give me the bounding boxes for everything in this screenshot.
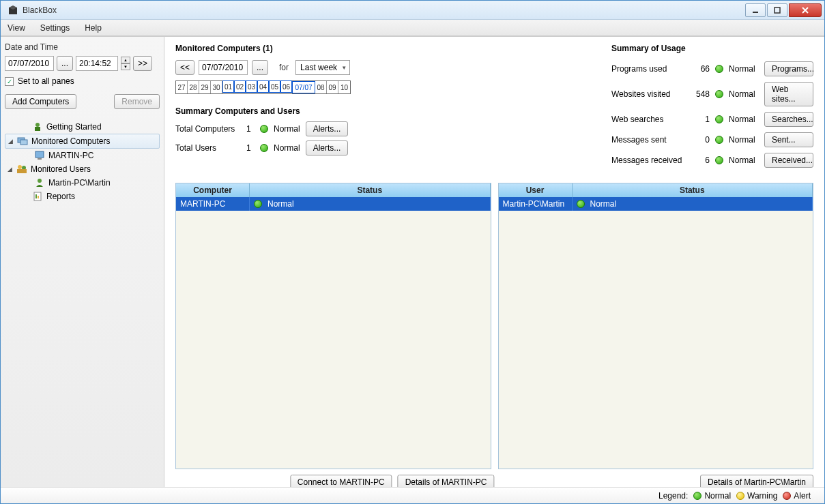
time-spinner[interactable]: ▲▼ — [121, 57, 130, 70]
sidebar: Date and Time 07/07/2010 ... 20:14:52 ▲▼… — [1, 37, 164, 487]
status-dot-icon — [254, 200, 262, 208]
total-computers-status: Normal — [274, 124, 300, 134]
programs-button[interactable]: Programs... — [764, 61, 813, 76]
day-cell[interactable]: 06 — [280, 80, 292, 93]
usage-status: Normal — [729, 115, 759, 124]
col-status[interactable]: Status — [250, 183, 491, 197]
usage-heading: Summary of Usage — [611, 44, 813, 53]
minimize-button[interactable] — [745, 3, 766, 17]
usage-value: 548 — [692, 89, 710, 99]
go-button[interactable]: >> — [133, 56, 152, 71]
content: Date and Time 07/07/2010 ... 20:14:52 ▲▼… — [1, 36, 824, 487]
menubar: View Settings Help — [1, 20, 824, 36]
cell-status: Normal — [590, 199, 617, 209]
alerts-computers-button[interactable]: Alerts... — [306, 121, 349, 136]
users-table: User Status Martin-PC\Martin Normal — [498, 183, 814, 469]
day-cell[interactable]: 03 — [246, 80, 257, 93]
total-users-status: Normal — [274, 143, 300, 153]
status-dot-icon — [260, 125, 268, 133]
day-cell[interactable]: 05 — [269, 80, 280, 93]
tree-monitored-users[interactable]: ◢ Monitored Users — [5, 162, 160, 176]
day-cell[interactable]: 02 — [234, 80, 246, 93]
titlebar: BlackBox — [1, 1, 824, 20]
day-cell[interactable]: 01 — [222, 80, 234, 93]
bottom-buttons: Connect to MARTIN-PC Details of MARTIN-P… — [175, 469, 813, 480]
prev-period-button[interactable]: << — [175, 60, 194, 75]
main-panel: Monitored Computers (1) << 07/07/2010 ..… — [164, 37, 824, 487]
svg-point-6 — [35, 123, 40, 127]
tree-reports[interactable]: Reports — [5, 190, 160, 203]
legend-warning-icon — [736, 492, 744, 500]
set-all-panes-label: Set to all panes — [18, 76, 74, 86]
col-computer[interactable]: Computer — [176, 183, 250, 197]
usage-value: 1 — [692, 115, 710, 124]
legend-alert-icon — [783, 492, 791, 500]
user-icon — [34, 177, 45, 188]
legend-bar: Legend: Normal Warning Alert — [1, 487, 824, 503]
day-cell[interactable]: 29 — [199, 81, 211, 93]
usage-value: 6 — [692, 155, 710, 165]
usage-status: Normal — [729, 64, 759, 74]
svg-rect-11 — [38, 158, 42, 160]
time-input[interactable]: 20:14:52 — [76, 56, 118, 71]
table-row[interactable]: MARTIN-PC Normal — [176, 197, 491, 211]
set-all-panes-checkbox[interactable]: ✓ — [5, 77, 14, 86]
period-select[interactable]: Last week — [295, 60, 350, 75]
col-user[interactable]: User — [499, 183, 573, 197]
day-cell-today[interactable]: 07/07 — [292, 81, 315, 93]
menu-view[interactable]: View — [5, 22, 28, 34]
svg-rect-7 — [35, 127, 40, 131]
app-window: BlackBox View Settings Help Date and Tim… — [0, 0, 825, 504]
day-cell[interactable]: 09 — [327, 81, 338, 93]
menu-help[interactable]: Help — [82, 22, 104, 34]
svg-rect-3 — [775, 8, 780, 13]
day-cell[interactable]: 10 — [338, 81, 350, 93]
received-button[interactable]: Received... — [764, 153, 813, 168]
alerts-users-button[interactable]: Alerts... — [306, 140, 349, 155]
for-label: for — [279, 63, 289, 72]
wizard-icon — [32, 121, 43, 132]
tree-getting-started[interactable]: Getting Started — [5, 120, 160, 134]
remove-button[interactable]: Remove — [114, 94, 160, 109]
table-row[interactable]: Martin-PC\Martin Normal — [499, 197, 813, 211]
add-computers-button[interactable]: Add Computers — [5, 94, 76, 109]
main-date-picker-button[interactable]: ... — [252, 60, 268, 75]
total-computers-value: 1 — [246, 124, 255, 134]
usage-status: Normal — [729, 89, 759, 99]
usage-label: Websites visited — [611, 89, 686, 99]
users-icon — [16, 164, 27, 175]
tree-martin-pc[interactable]: MARTIN-PC — [5, 149, 160, 162]
day-cell[interactable]: 04 — [257, 80, 269, 93]
searches-button[interactable]: Searches... — [764, 112, 813, 127]
day-strip[interactable]: 27 28 29 30 01 02 03 04 05 06 07/07 08 0… — [175, 80, 351, 94]
connect-button[interactable]: Connect to MARTIN-PC — [290, 475, 392, 487]
nav-tree: Getting Started ◢ Monitored Computers MA… — [5, 120, 160, 203]
date-picker-button[interactable]: ... — [57, 56, 73, 71]
close-button[interactable] — [789, 3, 822, 17]
svg-point-12 — [18, 165, 22, 169]
date-input[interactable]: 07/07/2010 — [5, 56, 54, 71]
maximize-button[interactable] — [767, 3, 787, 17]
window-controls — [744, 3, 822, 17]
day-cell[interactable]: 27 — [176, 81, 188, 93]
cell-status: Normal — [267, 199, 294, 209]
websites-button[interactable]: Web sites... — [764, 82, 813, 106]
day-cell[interactable]: 08 — [315, 81, 327, 93]
menu-settings[interactable]: Settings — [38, 22, 72, 34]
details-pc-button[interactable]: Details of MARTIN-PC — [398, 475, 495, 487]
computer-icon — [34, 150, 45, 161]
usage-label: Programs used — [611, 64, 686, 74]
day-cell[interactable]: 30 — [211, 81, 222, 93]
window-title: BlackBox — [23, 5, 744, 15]
col-status[interactable]: Status — [573, 183, 813, 197]
usage-label: Web searches — [611, 115, 686, 124]
main-date-input[interactable]: 07/07/2010 — [199, 60, 248, 75]
summary-heading: Summary Computers and Users — [175, 106, 351, 116]
day-cell[interactable]: 28 — [188, 81, 199, 93]
status-dot-icon — [715, 136, 723, 144]
page-title: Monitored Computers (1) — [175, 44, 351, 53]
sent-button[interactable]: Sent... — [764, 132, 813, 147]
tree-martin-user[interactable]: Martin-PC\Martin — [5, 176, 160, 190]
tree-monitored-computers[interactable]: ◢ Monitored Computers — [5, 134, 160, 149]
details-user-button[interactable]: Details of Martin-PC\Martin — [700, 475, 813, 487]
